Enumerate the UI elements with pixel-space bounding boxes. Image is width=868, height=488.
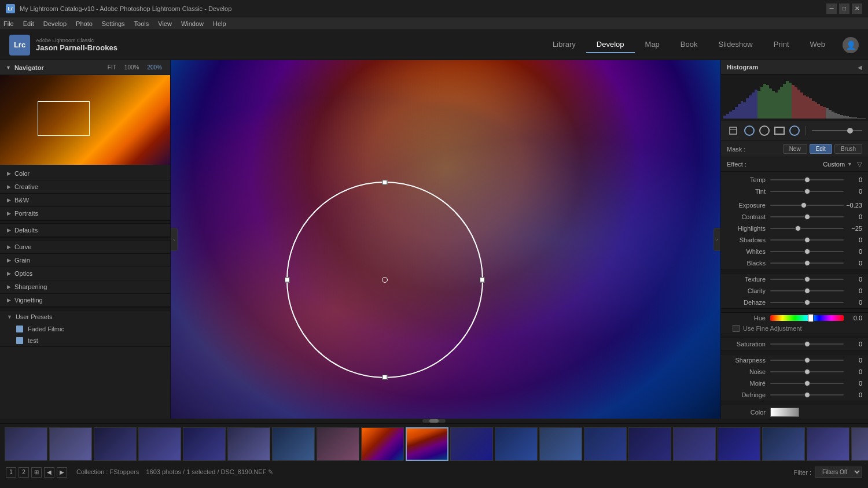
texture-thumb[interactable]: [804, 276, 810, 282]
slider-track-exposure[interactable]: [770, 201, 844, 209]
slider-track-shadows[interactable]: [770, 236, 844, 244]
menu-edit[interactable]: Edit: [23, 20, 34, 27]
menu-view[interactable]: View: [158, 20, 172, 27]
film-thumb[interactable]: [361, 427, 404, 461]
preset-group-vignetting-header[interactable]: ▶ Vignetting: [0, 294, 170, 306]
film-thumb[interactable]: [495, 427, 538, 461]
hue-thumb[interactable]: [808, 314, 814, 322]
effect-dropdown[interactable]: Custom ▼ ▽: [823, 160, 862, 168]
slider-track-sharpness[interactable]: [770, 356, 844, 364]
tab-slideshow[interactable]: Slideshow: [708, 36, 763, 53]
next-button[interactable]: ▶: [57, 467, 67, 478]
tab-library[interactable]: Library: [542, 36, 586, 53]
page-1-button[interactable]: 1: [6, 467, 16, 478]
right-panel-toggle[interactable]: ›: [713, 228, 720, 251]
dehaze-thumb[interactable]: [804, 300, 810, 305]
window-controls[interactable]: ─ □ ✕: [826, 3, 862, 14]
histogram-collapse-arrow[interactable]: ◀: [858, 64, 862, 71]
preset-group-grain-header[interactable]: ▶ Grain: [0, 254, 170, 267]
slider-track-texture[interactable]: [770, 275, 844, 283]
film-thumb[interactable]: [450, 427, 493, 461]
shadows-thumb[interactable]: [804, 237, 810, 243]
film-thumb[interactable]: [138, 427, 181, 461]
preset-group-bw-header[interactable]: ▶ B&W: [0, 194, 170, 206]
mask-edit-button[interactable]: Edit: [810, 144, 832, 154]
blacks-thumb[interactable]: [804, 260, 810, 266]
preset-group-user-header[interactable]: ▼ User Presets: [0, 310, 170, 323]
exposure-thumb[interactable]: [801, 202, 807, 208]
whites-thumb[interactable]: [804, 249, 810, 254]
hue-slider[interactable]: [770, 315, 844, 321]
moire-thumb[interactable]: [804, 380, 810, 386]
film-thumb[interactable]: [227, 427, 270, 461]
slider-track-whites[interactable]: [770, 247, 844, 256]
film-thumb[interactable]: [807, 427, 849, 461]
tool-circle2-icon[interactable]: [759, 125, 770, 136]
circle-center-handle[interactable]: [382, 277, 388, 283]
filter-dropdown[interactable]: Filters Off: [815, 467, 862, 478]
preset-group-sharpening-header[interactable]: ▶ Sharpening: [0, 280, 170, 293]
slider-track-saturation[interactable]: [770, 340, 844, 348]
tool-circle-icon[interactable]: [744, 125, 755, 136]
scroll-thumb[interactable]: [429, 419, 439, 423]
navigator-zoom-controls[interactable]: FIT 100% 200%: [105, 64, 164, 71]
zoom-thumb[interactable]: [847, 128, 853, 134]
highlights-thumb[interactable]: [795, 225, 801, 231]
tab-develop[interactable]: Develop: [586, 36, 635, 53]
contrast-thumb[interactable]: [804, 214, 810, 220]
page-2-button[interactable]: 2: [19, 467, 29, 478]
navigator-header[interactable]: ▼ Navigator FIT 100% 200%: [0, 60, 170, 75]
left-panel-toggle[interactable]: ‹: [171, 228, 178, 251]
color-swatch[interactable]: [770, 408, 799, 417]
slider-track-defringe[interactable]: [770, 391, 844, 399]
zoom-100[interactable]: 100%: [122, 64, 142, 71]
sharpness-thumb[interactable]: [804, 357, 810, 363]
film-thumb[interactable]: [628, 427, 671, 461]
circle-handle-right[interactable]: [480, 278, 485, 283]
film-thumb[interactable]: [272, 427, 315, 461]
menu-window[interactable]: Window: [181, 20, 204, 27]
defringe-thumb[interactable]: [804, 392, 810, 398]
film-thumb[interactable]: [762, 427, 805, 461]
list-item[interactable]: Faded Filmic: [0, 323, 170, 335]
film-thumb[interactable]: [183, 427, 226, 461]
minimize-button[interactable]: ─: [826, 3, 837, 14]
tint-thumb[interactable]: [804, 188, 810, 194]
mask-brush-button[interactable]: Brush: [834, 144, 862, 154]
preset-group-creative-header[interactable]: ▶ Creative: [0, 180, 170, 193]
preset-group-color-header[interactable]: ▶ Color: [0, 167, 170, 180]
film-thumb[interactable]: [539, 427, 582, 461]
prev-button[interactable]: ◀: [44, 467, 54, 478]
slider-track-moire[interactable]: [770, 379, 844, 387]
slider-track-highlights[interactable]: [770, 224, 844, 232]
user-avatar[interactable]: 👤: [843, 37, 859, 53]
preset-group-optics-header[interactable]: ▶ Optics: [0, 267, 170, 280]
zoom-slider[interactable]: [812, 130, 862, 131]
menu-develop[interactable]: Develop: [43, 20, 67, 27]
film-thumb[interactable]: [718, 427, 760, 461]
slider-track-temp[interactable]: [770, 176, 844, 184]
effect-funnel-icon[interactable]: ▽: [857, 160, 862, 168]
menu-settings[interactable]: Settings: [102, 20, 125, 27]
film-thumb[interactable]: [5, 427, 47, 461]
mask-new-button[interactable]: New: [783, 144, 807, 154]
film-thumb[interactable]: [584, 427, 627, 461]
zoom-200[interactable]: 200%: [145, 64, 164, 71]
list-item[interactable]: test: [0, 335, 170, 346]
tab-map[interactable]: Map: [635, 36, 670, 53]
film-thumb[interactable]: [49, 427, 92, 461]
tool-circle3-icon[interactable]: [789, 125, 800, 136]
slider-track-tint[interactable]: [770, 187, 844, 195]
film-thumb[interactable]: [673, 427, 716, 461]
menu-photo[interactable]: Photo: [76, 20, 93, 27]
preset-group-defaults-header[interactable]: ▶ Defaults: [0, 224, 170, 236]
noise-thumb[interactable]: [804, 369, 810, 375]
tab-print[interactable]: Print: [763, 36, 800, 53]
menu-tools[interactable]: Tools: [134, 20, 149, 27]
slider-track-clarity[interactable]: [770, 287, 844, 295]
grid-view-button[interactable]: ⊞: [31, 467, 42, 478]
menu-help[interactable]: Help: [213, 20, 226, 27]
fine-adjustment-checkbox[interactable]: [733, 325, 740, 332]
tool-rect-icon[interactable]: [774, 127, 785, 135]
film-thumb[interactable]: [851, 427, 868, 461]
